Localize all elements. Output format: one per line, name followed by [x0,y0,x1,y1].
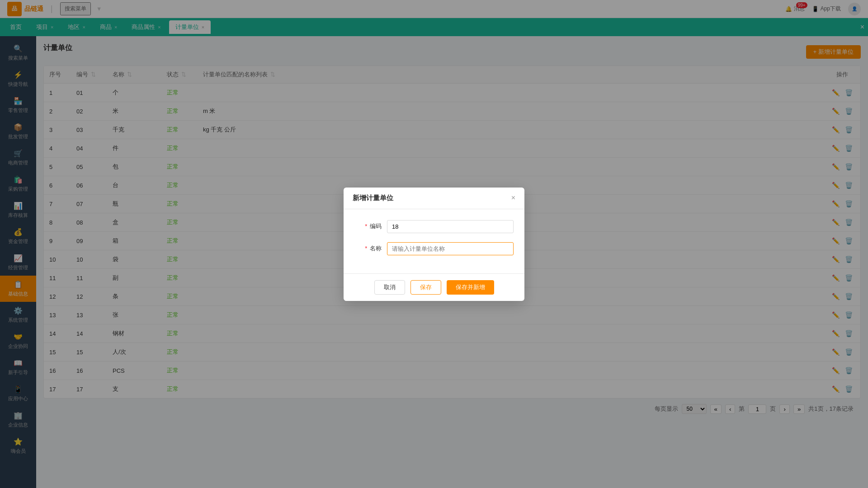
cancel-button[interactable]: 取消 [374,280,405,295]
modal-footer: 取消 保存 保存并新增 [344,273,524,301]
form-label-name: * 名称 [354,244,382,253]
modal-header: 新增计量单位 × [344,188,524,209]
add-unit-modal: 新增计量单位 × * 编码 * 名称 取消 保存 保存并新增 [344,188,524,301]
name-input[interactable] [387,242,514,255]
modal-overlay: 新增计量单位 × * 编码 * 名称 取消 保存 保存并新增 [0,0,868,488]
modal-close-button[interactable]: × [511,194,515,202]
save-and-new-button[interactable]: 保存并新增 [447,280,494,295]
modal-title: 新增计量单位 [353,194,393,202]
form-row-name: * 名称 [354,242,514,255]
form-label-code: * 编码 [354,222,382,230]
save-button[interactable]: 保存 [410,280,441,295]
modal-body: * 编码 * 名称 [344,209,524,273]
code-input[interactable] [387,220,514,233]
form-row-code: * 编码 [354,220,514,233]
